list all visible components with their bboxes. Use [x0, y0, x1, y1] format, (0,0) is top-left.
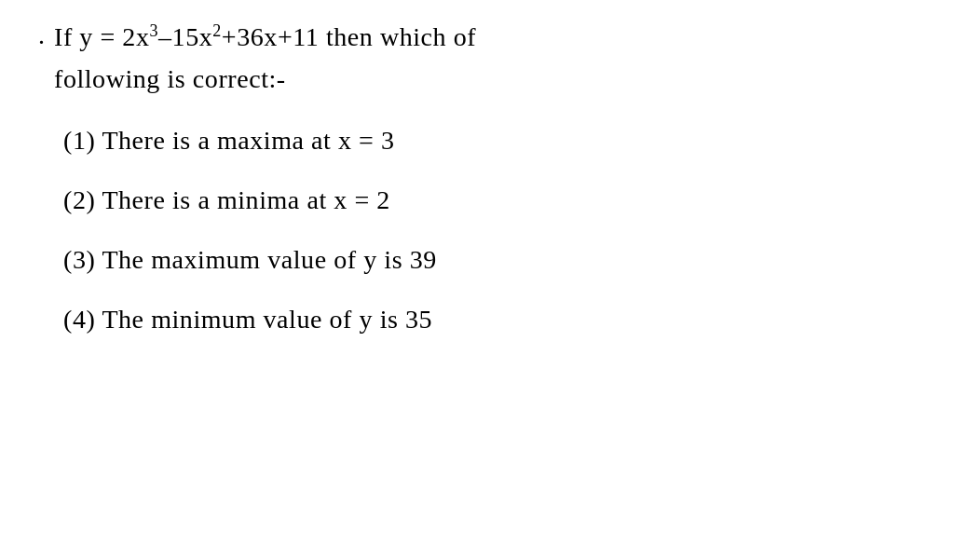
question-mid1: –15x	[158, 22, 212, 51]
question-number: .	[0, 17, 45, 50]
option-2: (2) There is a minima at x = 2	[63, 181, 935, 220]
question-line2: following is correct:-	[54, 64, 286, 93]
options-list: (1) There is a maxima at x = 3 (2) There…	[54, 121, 935, 339]
option-1: (1) There is a maxima at x = 3	[63, 121, 935, 160]
option-3: (3) The maximum value of y is 39	[63, 240, 935, 280]
question-content: If y = 2x3–15x2+36x+11 then which of fol…	[45, 17, 954, 339]
question-intro: If y = 2x	[54, 22, 149, 51]
exponent-2: 2	[212, 21, 222, 40]
option-4: (4) The minimum value of y is 35	[63, 300, 935, 339]
question-mid2: +36x+11 then which of	[222, 22, 476, 51]
exponent-1: 3	[149, 21, 158, 40]
question-text: If y = 2x3–15x2+36x+11 then which of fol…	[54, 17, 935, 101]
